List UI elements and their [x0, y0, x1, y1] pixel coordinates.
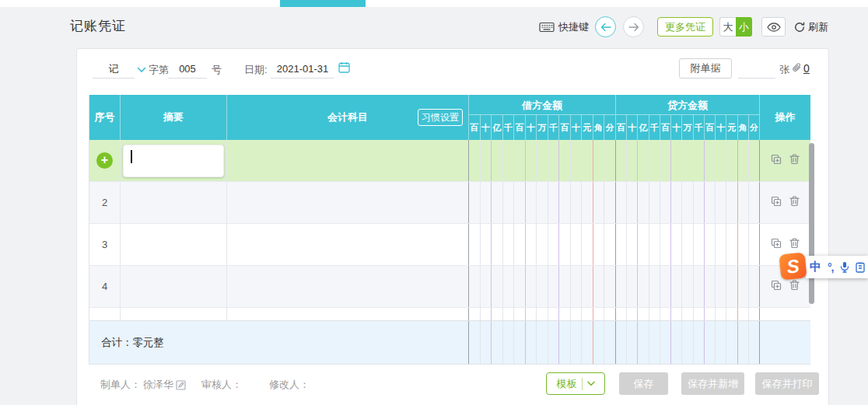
nav-forward-button[interactable]: [623, 16, 644, 37]
amount-digit-cell: [537, 140, 548, 181]
credit-amount-cell[interactable]: [616, 308, 760, 320]
credit-amount-cell[interactable]: [616, 182, 760, 223]
attachment-count-link[interactable]: 0: [803, 62, 810, 75]
save-button[interactable]: 保存: [619, 372, 668, 395]
amount-digit-cell: [604, 224, 615, 265]
ime-clipboard-icon[interactable]: [856, 261, 865, 273]
amount-digit-cell: [514, 182, 526, 223]
amount-digit-cell: [671, 266, 682, 307]
account-cell[interactable]: [227, 266, 469, 307]
debit-amount-cell[interactable]: [469, 182, 616, 223]
font-size-toggle[interactable]: 大 小: [719, 17, 752, 37]
col-header-ops: 操作: [760, 95, 810, 140]
paperclip-icon[interactable]: [792, 62, 802, 74]
summary-cell[interactable]: [121, 182, 227, 223]
amount-digit-cell: [571, 321, 583, 364]
copy-row-button[interactable]: [771, 154, 782, 167]
credit-amount-cell[interactable]: [616, 224, 760, 265]
delete-row-button[interactable]: [789, 154, 800, 167]
digit-col-label: 百: [705, 115, 716, 140]
table-row[interactable]: 4: [89, 266, 810, 308]
amount-digit-cell: [548, 140, 560, 181]
credit-amount-cell[interactable]: [616, 140, 760, 181]
delete-row-button[interactable]: [789, 238, 800, 251]
debit-amount-cell[interactable]: [469, 224, 616, 265]
summary-cell[interactable]: [121, 140, 227, 181]
ime-punctuation-icon[interactable]: °,: [828, 261, 834, 274]
account-cell[interactable]: [227, 308, 469, 320]
refresh-button[interactable]: 刷新: [794, 20, 828, 34]
account-cell[interactable]: [227, 224, 469, 265]
date-input[interactable]: 2021-01-31: [271, 60, 334, 79]
amount-digit-cell: [694, 140, 705, 181]
voucher-word-input[interactable]: 记: [93, 60, 135, 79]
add-row-button[interactable]: +: [96, 152, 113, 169]
save-and-print-button[interactable]: 保存并打印: [755, 372, 819, 395]
size-small-option[interactable]: 小: [736, 17, 752, 37]
ime-mode-indicator[interactable]: 中: [810, 260, 821, 274]
copy-row-button[interactable]: [771, 238, 782, 251]
amount-digit-cell: [514, 266, 526, 307]
amount-digit-cell: [716, 182, 726, 223]
template-chevron-icon[interactable]: [587, 381, 595, 386]
voucher-word-suffix-label: 字第: [149, 64, 169, 76]
modifier-field: 修改人：: [269, 378, 310, 392]
nav-back-button[interactable]: [595, 16, 616, 37]
amount-digit-cell: [694, 308, 705, 320]
size-large-option[interactable]: 大: [719, 17, 736, 37]
visibility-button[interactable]: [761, 17, 786, 37]
active-tab-indicator[interactable]: [280, 0, 366, 7]
table-row[interactable]: 3: [89, 224, 810, 266]
delete-row-button[interactable]: [789, 280, 800, 293]
amount-digit-cell: [571, 182, 583, 223]
credit-header-label: 贷方金额: [616, 95, 759, 114]
amount-digit-cell: [616, 182, 627, 223]
table-row[interactable]: 2: [89, 182, 810, 224]
refresh-label: 刷新: [808, 20, 828, 34]
save-and-new-button[interactable]: 保存并新增: [681, 372, 744, 395]
sogou-logo[interactable]: S: [779, 252, 807, 280]
summary-input[interactable]: [123, 145, 224, 177]
amount-digit-cell: [526, 308, 537, 320]
summary-cell[interactable]: [121, 308, 227, 320]
summary-cell[interactable]: [121, 266, 227, 307]
habit-settings-button[interactable]: 习惯设置: [418, 109, 463, 126]
more-vouchers-button[interactable]: 更多凭证: [657, 17, 713, 37]
credit-amount-cell[interactable]: [616, 266, 760, 307]
debit-amount-cell[interactable]: [469, 140, 616, 181]
amount-digit-cell: [503, 140, 515, 181]
table-row[interactable]: +: [89, 140, 810, 182]
amount-digit-cell: [627, 321, 638, 364]
account-cell[interactable]: [227, 140, 469, 181]
digit-col-label: 元: [582, 115, 593, 140]
shortcut-keys-button[interactable]: 快捷键: [539, 20, 589, 34]
calendar-icon[interactable]: [338, 61, 350, 73]
chevron-down-icon[interactable]: [137, 67, 146, 73]
copy-row-button[interactable]: [771, 280, 782, 293]
debit-amount-cell[interactable]: [469, 266, 616, 307]
attach-doc-button[interactable]: 附单据: [679, 58, 732, 79]
amount-digit-cell: [469, 224, 481, 265]
scrollbar[interactable]: [809, 143, 814, 304]
row-ops-cell: [760, 140, 810, 181]
attach-count-input[interactable]: [738, 60, 775, 79]
amount-digit-cell: [559, 224, 571, 265]
voucher-number-input[interactable]: 005: [168, 60, 207, 79]
amount-digit-cell: [660, 224, 671, 265]
amount-digit-cell: [593, 140, 605, 181]
amount-digit-cell: [660, 321, 671, 364]
amount-digit-cell: [638, 321, 649, 364]
account-cell[interactable]: [227, 182, 469, 223]
template-button[interactable]: 模板: [546, 372, 605, 395]
summary-cell[interactable]: [121, 224, 227, 265]
delete-row-button[interactable]: [789, 196, 800, 209]
debit-amount-cell[interactable]: [469, 308, 616, 320]
copy-row-button[interactable]: [771, 196, 782, 209]
edit-icon[interactable]: [176, 380, 186, 390]
amount-digit-cell: [582, 224, 593, 265]
amount-digit-cell: [705, 140, 716, 181]
amount-digit-cell: [705, 308, 716, 320]
ime-mic-icon[interactable]: [840, 261, 849, 273]
digit-col-label: 亿: [492, 115, 503, 140]
table-row[interactable]: [89, 308, 810, 321]
